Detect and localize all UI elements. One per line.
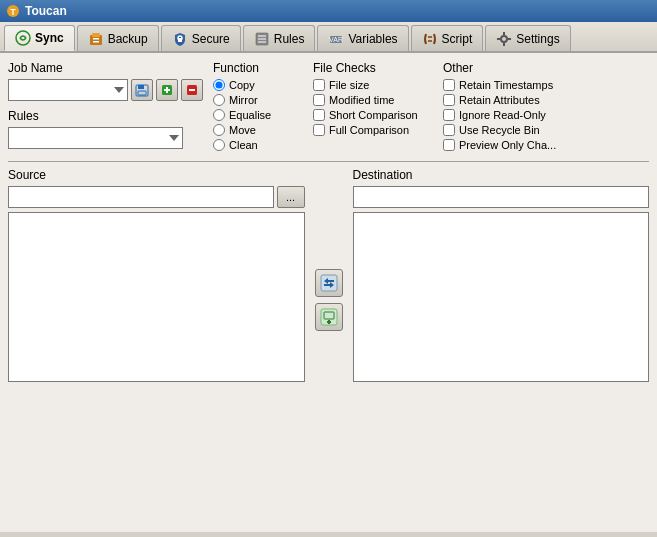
source-file-list[interactable] — [8, 212, 305, 382]
file-checks-section: File Checks File size Modified time Shor… — [313, 61, 433, 151]
function-mirror-radio[interactable] — [213, 94, 225, 106]
rules-dropdown[interactable] — [8, 127, 183, 149]
check-fullcomparison[interactable]: Full Comparison — [313, 124, 433, 136]
add-to-list-button[interactable] — [315, 303, 343, 331]
check-modifiedtime-cb[interactable] — [313, 94, 325, 106]
save-job-button[interactable] — [131, 79, 153, 101]
destination-file-list[interactable] — [353, 212, 650, 382]
tab-secure[interactable]: Secure — [161, 25, 241, 51]
script-tab-icon — [422, 31, 438, 47]
svg-rect-4 — [92, 33, 100, 37]
check-filesize[interactable]: File size — [313, 79, 433, 91]
other-ignorereadonly-cb[interactable] — [443, 109, 455, 121]
check-shortcomparison-cb[interactable] — [313, 109, 325, 121]
function-copy[interactable]: Copy — [213, 79, 303, 91]
other-retaints[interactable]: Retain Timestamps — [443, 79, 649, 91]
check-modifiedtime-label: Modified time — [329, 94, 394, 106]
function-copy-radio[interactable] — [213, 79, 225, 91]
job-name-controls — [8, 79, 203, 101]
other-group: Retain Timestamps Retain Attributes Igno… — [443, 79, 649, 151]
app-icon: T — [6, 4, 20, 18]
tab-backup-label: Backup — [108, 32, 148, 46]
tab-script[interactable]: Script — [411, 25, 484, 51]
tab-rules[interactable]: Rules — [243, 25, 316, 51]
svg-text:VAR: VAR — [330, 36, 344, 43]
middle-buttons — [315, 168, 343, 382]
destination-label: Destination — [353, 168, 650, 182]
check-fullcomparison-cb[interactable] — [313, 124, 325, 136]
job-rules-panel: Job Name — [8, 61, 203, 151]
tab-settings[interactable]: Settings — [485, 25, 570, 51]
add-icon — [160, 83, 174, 97]
other-retaints-label: Retain Timestamps — [459, 79, 553, 91]
file-checks-label: File Checks — [313, 61, 433, 75]
tab-sync[interactable]: Sync — [4, 25, 75, 51]
window-title: Toucan — [25, 4, 67, 18]
source-browse-button[interactable]: ... — [277, 186, 305, 208]
check-filesize-label: File size — [329, 79, 369, 91]
function-clean[interactable]: Clean — [213, 139, 303, 151]
function-clean-radio[interactable] — [213, 139, 225, 151]
tab-bar: Sync Backup Secure Rules VAR V — [0, 22, 657, 53]
check-filesize-cb[interactable] — [313, 79, 325, 91]
rules-label: Rules — [8, 109, 203, 123]
other-userecyclebin-cb[interactable] — [443, 124, 455, 136]
source-label: Source — [8, 168, 305, 182]
svg-rect-30 — [321, 275, 337, 291]
svg-point-17 — [501, 36, 507, 42]
job-name-label: Job Name — [8, 61, 203, 75]
secure-tab-icon — [172, 31, 188, 47]
other-retainattr-cb[interactable] — [443, 94, 455, 106]
tab-variables[interactable]: VAR Variables — [317, 25, 408, 51]
other-retainattr-label: Retain Attributes — [459, 94, 540, 106]
function-equalise[interactable]: Equalise — [213, 109, 303, 121]
sync-arrows-button[interactable] — [315, 269, 343, 297]
variables-tab-icon: VAR — [328, 31, 344, 47]
source-browse-label: ... — [286, 191, 295, 203]
add-to-list-icon — [320, 308, 338, 326]
svg-point-2 — [16, 31, 30, 45]
check-shortcomparison-label: Short Comparison — [329, 109, 418, 121]
other-retainattr[interactable]: Retain Attributes — [443, 94, 649, 106]
svg-rect-24 — [138, 91, 146, 95]
check-modifiedtime[interactable]: Modified time — [313, 94, 433, 106]
sync-tab-icon — [15, 30, 31, 46]
destination-path-input[interactable] — [353, 186, 650, 208]
function-equalise-radio[interactable] — [213, 109, 225, 121]
destination-path-row — [353, 186, 650, 208]
function-move-radio[interactable] — [213, 124, 225, 136]
function-label: Function — [213, 61, 303, 75]
job-name-dropdown[interactable] — [8, 79, 128, 101]
source-path-input[interactable] — [8, 186, 274, 208]
tab-settings-label: Settings — [516, 32, 559, 46]
function-move-label: Move — [229, 124, 256, 136]
section-divider — [8, 161, 649, 162]
remove-icon — [185, 83, 199, 97]
tab-script-label: Script — [442, 32, 473, 46]
tab-rules-label: Rules — [274, 32, 305, 46]
function-mirror-label: Mirror — [229, 94, 258, 106]
other-userecyclebin[interactable]: Use Recycle Bin — [443, 124, 649, 136]
function-radio-group: Copy Mirror Equalise Move Clean — [213, 79, 303, 151]
rules-tab-icon — [254, 31, 270, 47]
other-ignorereadonly[interactable]: Ignore Read-Only — [443, 109, 649, 121]
file-checks-group: File size Modified time Short Comparison… — [313, 79, 433, 136]
function-copy-label: Copy — [229, 79, 255, 91]
sync-arrows-icon — [320, 274, 338, 292]
save-icon — [135, 84, 149, 97]
tab-secure-label: Secure — [192, 32, 230, 46]
function-move[interactable]: Move — [213, 124, 303, 136]
other-ignorereadonly-label: Ignore Read-Only — [459, 109, 546, 121]
tab-backup[interactable]: Backup — [77, 25, 159, 51]
destination-section: Destination — [353, 168, 650, 382]
other-previewonly[interactable]: Preview Only Cha... — [443, 139, 649, 151]
function-mirror[interactable]: Mirror — [213, 94, 303, 106]
check-shortcomparison[interactable]: Short Comparison — [313, 109, 433, 121]
title-bar: T Toucan — [0, 0, 657, 22]
add-job-button[interactable] — [156, 79, 178, 101]
check-fullcomparison-label: Full Comparison — [329, 124, 409, 136]
other-previewonly-cb[interactable] — [443, 139, 455, 151]
other-retaints-cb[interactable] — [443, 79, 455, 91]
job-name-section: Job Name — [8, 61, 203, 101]
remove-job-button[interactable] — [181, 79, 203, 101]
